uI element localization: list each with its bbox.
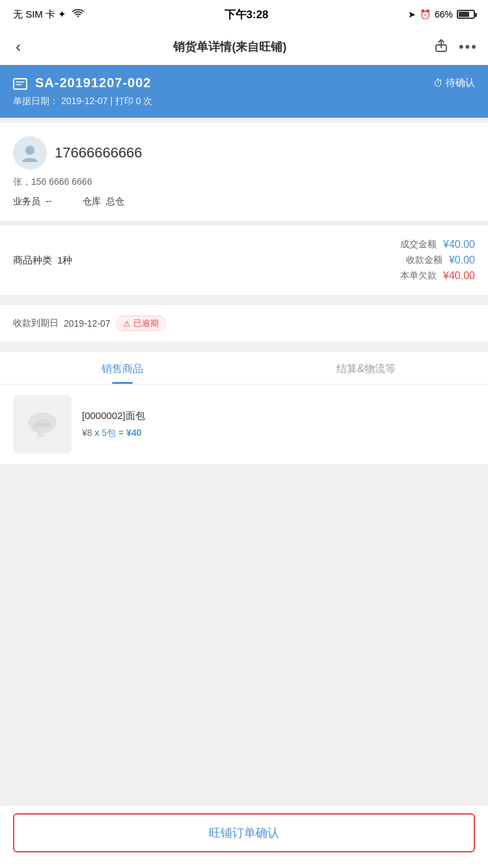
amount-summary: 成交金额 ¥40.00 收款金额 ¥0.00 本单欠款 ¥40.00 (400, 239, 475, 282)
customer-name: 张，156 6666 6666 (13, 176, 475, 188)
tab-settlement[interactable]: 结算&物流等 (244, 352, 488, 384)
nav-actions: ••• (434, 38, 478, 55)
order-status: ⏱ 待确认 (433, 77, 475, 89)
product-name: [0000002]面包 (82, 410, 475, 422)
warehouse-field: 仓库 总仓 (83, 196, 124, 208)
order-header: SA-20191207-002 ⏱ 待确认 单据日期： 2019-12-07 |… (0, 65, 488, 118)
bottom-bar: 旺铺订单确认 (0, 805, 488, 868)
back-button[interactable]: ‹ (10, 33, 26, 61)
status-time: 下午3:28 (224, 7, 269, 22)
svg-point-7 (46, 422, 49, 426)
svg-rect-1 (14, 79, 27, 89)
svg-point-2 (25, 146, 34, 155)
deal-amount: ¥40.00 (443, 239, 475, 251)
tab-sales-goods[interactable]: 销售商品 (0, 352, 244, 384)
svg-point-6 (35, 422, 39, 426)
sim-label: 无 SIM 卡 ✦ (13, 8, 66, 21)
product-thumbnail: 野+ (13, 395, 72, 454)
order-id: SA-20191207-002 (13, 75, 151, 90)
product-info: [0000002]面包 ¥8 x 5包 = ¥40 (82, 410, 475, 439)
svg-point-8 (40, 422, 45, 427)
warning-icon: ⚠ (123, 319, 131, 329)
due-date-card: 收款到期日 2019-12-07 ⚠ 已逾期 (0, 305, 488, 342)
customer-card: 17666666666 张，156 6666 6666 业务员 -- 仓库 总仓 (0, 123, 488, 221)
salesman-field: 业务员 -- (13, 196, 51, 208)
avatar (13, 136, 47, 170)
order-date: 单据日期： 2019-12-07 | 打印 0 次 (13, 96, 475, 107)
summary-card: 商品种类 1种 成交金额 ¥40.00 收款金额 ¥0.00 本单欠款 ¥40.… (0, 226, 488, 295)
tabs-bar: 销售商品 结算&物流等 (0, 352, 488, 385)
battery-icon (457, 10, 475, 19)
divider-3 (0, 342, 488, 347)
received-amount: ¥0.00 (449, 254, 475, 266)
location-icon: ➤ (408, 9, 416, 20)
content-area (0, 464, 488, 659)
share-icon[interactable] (434, 38, 448, 55)
status-right: ➤ ⏰ 66% (408, 9, 475, 20)
product-price: ¥8 x 5包 = ¥40 (82, 427, 475, 439)
alarm-icon: ⏰ (420, 9, 431, 20)
wifi-icon (72, 9, 85, 20)
battery-percent: 66% (435, 9, 453, 20)
customer-phone: 17666666666 (55, 144, 142, 161)
status-left: 无 SIM 卡 ✦ (13, 8, 85, 21)
product-item: 野+ [0000002]面包 ¥8 x 5包 = ¥40 (13, 395, 475, 454)
owed-amount: ¥40.00 (443, 270, 475, 282)
divider-1 (0, 221, 488, 226)
product-section: 野+ [0000002]面包 ¥8 x 5包 = ¥40 (0, 385, 488, 464)
clock-icon: ⏱ (433, 77, 443, 88)
more-icon[interactable]: ••• (459, 38, 478, 55)
confirm-order-button[interactable]: 旺铺订单确认 (13, 813, 475, 852)
divider-2 (0, 295, 488, 300)
order-icon (13, 77, 31, 90)
svg-text:野+: 野+ (37, 433, 46, 439)
status-bar: 无 SIM 卡 ✦ 下午3:28 ➤ ⏰ 66% (0, 0, 488, 29)
goods-type: 商品种类 1种 (13, 254, 72, 267)
customer-meta: 业务员 -- 仓库 总仓 (13, 196, 475, 208)
overdue-badge: ⚠ 已逾期 (116, 316, 166, 331)
nav-bar: ‹ 销货单详情(来自旺铺) ••• (0, 29, 488, 65)
nav-title: 销货单详情(来自旺铺) (26, 39, 434, 55)
